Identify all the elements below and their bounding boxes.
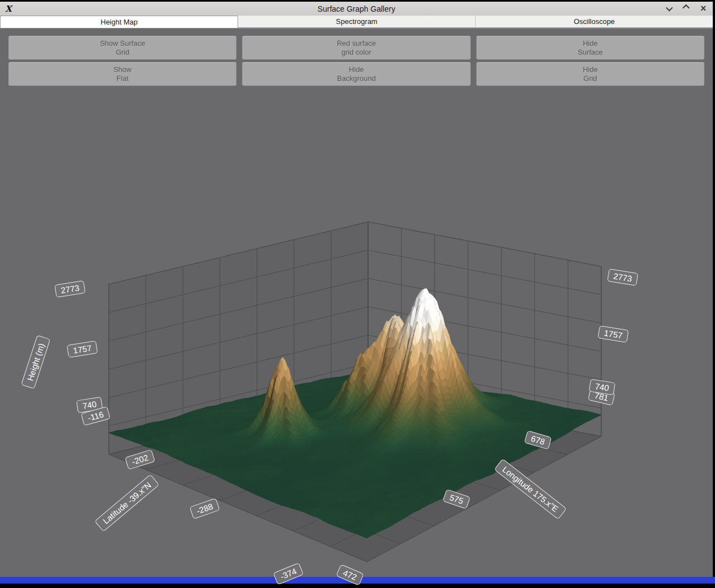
button-label-line: Flat xyxy=(117,74,129,83)
chevron-down-icon xyxy=(665,4,673,12)
taskbar-edge xyxy=(0,577,715,584)
hide-background-button[interactable]: Hide Background xyxy=(242,62,470,86)
button-label-line: Hide xyxy=(583,65,598,74)
button-label-line: Show xyxy=(113,65,132,74)
button-label-line: Background xyxy=(337,74,375,83)
hide-grid-button[interactable]: Hide Grid xyxy=(476,62,704,86)
close-button[interactable]: × xyxy=(699,2,707,16)
show-surface-grid-button[interactable]: Show Surface Grid xyxy=(8,36,236,60)
window-controls: × xyxy=(666,2,707,16)
button-label-line: Surface xyxy=(578,48,603,57)
button-label-line: Red surface xyxy=(337,39,376,48)
tab-bar: Height Map Spectrogram Oscilloscope xyxy=(0,16,713,28)
button-row-1: Show Surface Grid Red surface grid color… xyxy=(8,36,704,60)
surface-plot-canvas[interactable] xyxy=(0,28,713,577)
shade-button[interactable] xyxy=(666,2,674,16)
surface-graph-view: 27731757740Height (m)-116-202-288-374Lat… xyxy=(0,28,713,577)
desktop: { "window": { "title": "Surface Graph Ga… xyxy=(0,0,715,588)
control-buttons: Show Surface Grid Red surface grid color… xyxy=(8,36,704,86)
tab-spectrogram[interactable]: Spectrogram xyxy=(238,16,476,28)
button-row-2: Show Flat Hide Background Hide Grid xyxy=(8,62,704,86)
button-label-line: Grid xyxy=(115,48,129,57)
button-label-line: Hide xyxy=(349,65,364,74)
tab-height-map[interactable]: Height Map xyxy=(0,16,238,28)
window-title: Surface Graph Gallery xyxy=(0,4,713,13)
chevron-up-icon xyxy=(682,4,689,12)
surface-grid-color-button[interactable]: Red surface grid color xyxy=(242,36,470,60)
button-label-line: Grid xyxy=(583,74,597,83)
tab-oscilloscope[interactable]: Oscilloscope xyxy=(476,16,713,28)
button-label-line: Show Surface xyxy=(100,39,145,48)
button-label-line: Hide xyxy=(583,39,598,48)
titlebar[interactable]: X Surface Graph Gallery × xyxy=(0,2,713,16)
maximize-button[interactable] xyxy=(683,2,690,16)
hide-surface-button[interactable]: Hide Surface xyxy=(476,36,704,60)
button-label-line: grid color xyxy=(341,48,371,57)
show-flat-button[interactable]: Show Flat xyxy=(8,62,236,86)
